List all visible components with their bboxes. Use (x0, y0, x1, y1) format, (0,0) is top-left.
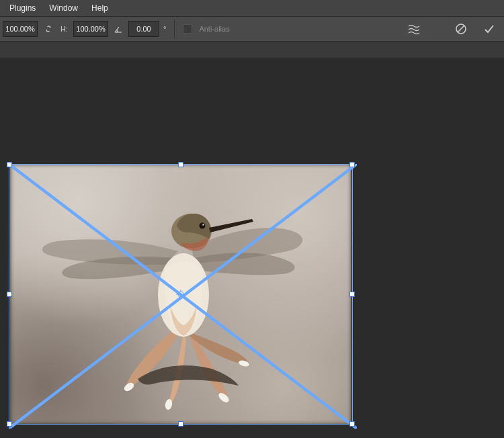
cancel-icon[interactable] (453, 21, 469, 37)
menu-plugins[interactable]: Plugins (3, 3, 42, 13)
height-label: H: (60, 25, 68, 33)
canvas-image[interactable] (10, 164, 351, 425)
menu-bar: Plugins Window Help (0, 0, 504, 17)
menu-window[interactable]: Window (42, 3, 85, 13)
warp-icon[interactable] (406, 21, 422, 37)
anti-alias-checkbox[interactable] (183, 24, 192, 34)
anti-alias-label: Anti-alias (199, 25, 229, 33)
link-icon[interactable] (42, 22, 55, 36)
hummingbird (10, 164, 351, 425)
transform-toolbar: H: ° Anti-alias (0, 17, 504, 42)
svg-point-9 (202, 224, 204, 226)
height-input[interactable] (73, 21, 108, 37)
angle-input[interactable] (128, 21, 159, 37)
canvas-area[interactable] (0, 58, 504, 438)
degree-symbol: ° (163, 25, 166, 33)
toolbar-divider (174, 19, 175, 38)
menu-help[interactable]: Help (85, 3, 115, 13)
svg-line-1 (458, 26, 464, 32)
secondary-bar (0, 42, 504, 60)
angle-icon (112, 23, 124, 35)
svg-point-8 (200, 223, 206, 229)
width-input[interactable] (3, 21, 38, 37)
commit-icon[interactable] (481, 21, 497, 37)
